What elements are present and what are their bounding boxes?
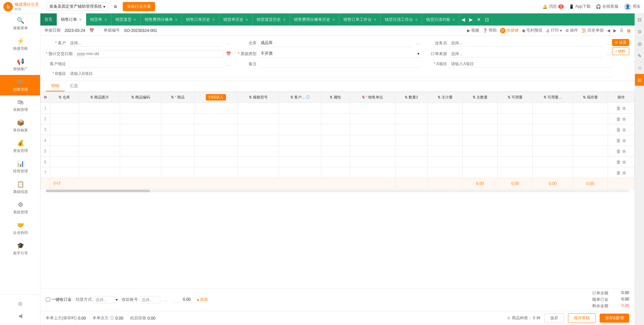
delete-row-icon[interactable]: 🗑: [616, 127, 621, 132]
b-project-input[interactable]: [68, 70, 612, 77]
tab-cash-workbench[interactable]: 钱货日清工作台 ✕: [381, 13, 422, 26]
close-icon[interactable]: ✕: [283, 18, 286, 22]
warehouse-more-btn[interactable]: …: [415, 41, 421, 45]
copy-row-icon[interactable]: ⊕: [622, 138, 626, 143]
warehouse-select[interactable]: 成品库: [259, 39, 413, 47]
list-view-btn[interactable]: ☰: [620, 28, 623, 33]
one-click-payment-checkbox[interactable]: 一键收订金: [46, 297, 72, 302]
customer-input[interactable]: [68, 40, 222, 47]
close-icon[interactable]: ✕: [332, 18, 335, 22]
close-icon[interactable]: ✕: [79, 18, 82, 22]
delete-row-icon[interactable]: 🗑: [616, 159, 621, 165]
sidebar-item-finance[interactable]: 💰 资金管理: [0, 136, 40, 157]
system-select[interactable]: 装备及固定资产辅助管理系统 ▾: [46, 2, 108, 11]
delivery-date-input[interactable]: [75, 50, 224, 57]
tab-prev[interactable]: ◀: [459, 17, 467, 22]
salesperson-input[interactable]: [449, 40, 603, 47]
tab-sales-invoice[interactable]: 销货单 ✕: [86, 13, 111, 26]
tab-order-history[interactable]: 销售订单历史 ✕: [182, 13, 219, 26]
salesperson-more-btn[interactable]: …: [605, 41, 612, 45]
save-draft-button[interactable]: 保存草稿: [568, 313, 596, 323]
right-panel-icon-6[interactable]: ⊞: [635, 74, 644, 86]
delete-row-icon[interactable]: 🗑: [616, 116, 621, 122]
help-btn[interactable]: ❓ 帮助: [483, 28, 497, 33]
notification-area[interactable]: 🔔 消息 9: [542, 4, 564, 9]
sidebar-settings-btn[interactable]: ⚙: [0, 298, 40, 310]
sidebar-item-quick-nav[interactable]: ⚡ 快捷导航: [0, 34, 40, 54]
right-panel-icon-5[interactable]: ☆: [635, 62, 644, 74]
tab-close-all[interactable]: ✕: [475, 17, 483, 22]
sidebar-item-sales[interactable]: 🛒 销售管理: [0, 75, 40, 95]
one-click-checkbox[interactable]: [46, 297, 50, 302]
solution-button[interactable]: 体验行业方案: [123, 2, 155, 11]
close-icon[interactable]: ✕: [415, 18, 418, 22]
col-settings[interactable]: ⚙: [41, 92, 50, 103]
tab-home[interactable]: 首页: [40, 13, 57, 26]
sidebar-item-base-info[interactable]: 📋 基础信息: [0, 177, 40, 198]
payment-method-select[interactable]: 选择...: [93, 296, 114, 303]
copy-row-icon[interactable]: ⊕: [622, 149, 626, 154]
shortcut-btn[interactable]: 快 快捷键: [500, 28, 519, 33]
sidebar-item-search[interactable]: 🔍 搜索菜单: [0, 13, 40, 34]
copy-row-icon[interactable]: ⊕: [622, 170, 626, 175]
right-panel-icon-4[interactable]: ✎: [635, 50, 644, 62]
tab-return[interactable]: 销货退货 ✕: [111, 13, 141, 26]
tab-summary[interactable]: 汇总: [65, 81, 83, 91]
calendar-icon[interactable]: 📅: [89, 28, 94, 33]
nav-prev-btn[interactable]: ◀: [607, 28, 610, 33]
delete-row-icon[interactable]: 🗑: [616, 138, 621, 143]
tab-next[interactable]: ▶: [467, 17, 475, 22]
order-source-input[interactable]: [449, 50, 603, 57]
address-input[interactable]: [68, 60, 222, 68]
tab-expense-history[interactable]: 销售费用分摊单历史 ✕: [290, 13, 339, 26]
tab-sales-order[interactable]: 销售订单 ✕: [57, 13, 86, 26]
tab-expand[interactable]: ⊡: [483, 17, 491, 22]
copy-row-icon[interactable]: ⊕: [622, 106, 626, 111]
tab-order-workbench[interactable]: 销售订单工作台 ✕: [339, 13, 381, 26]
account-more-btn[interactable]: …: [162, 297, 168, 302]
settings-action-btn[interactable]: ⚙ 设置: [612, 39, 629, 46]
print-btn[interactable]: 🖨 打印 ▾: [546, 28, 562, 33]
order-source-more-btn[interactable]: …: [605, 51, 612, 56]
a-project-input[interactable]: [449, 60, 612, 68]
tab-detail[interactable]: 明细: [46, 81, 65, 91]
sidebar-item-marketing[interactable]: 📢 营销推广: [0, 54, 40, 75]
sidebar-item-inventory[interactable]: 📦 库存核算: [0, 116, 40, 136]
close-icon[interactable]: ✕: [245, 18, 248, 22]
scrollbar-thumb[interactable]: [46, 190, 150, 192]
col-scan[interactable]: 扫码录入: [194, 92, 238, 103]
user-area[interactable]: 👤 用友: [624, 3, 641, 10]
settings-btn[interactable]: ⚙: [111, 3, 120, 10]
discard-button[interactable]: 放弃: [544, 313, 564, 323]
copy-row-icon[interactable]: ⊕: [622, 159, 626, 165]
tab-reconcile[interactable]: 钱货日清对账 ✕: [422, 13, 459, 26]
view-btn[interactable]: ▶ 视频: [467, 28, 479, 33]
nav-next-btn[interactable]: ▶: [613, 28, 616, 33]
payment-account-select[interactable]: 选择...: [139, 296, 160, 303]
close-icon[interactable]: ✕: [104, 18, 107, 22]
close-icon[interactable]: ✕: [175, 18, 178, 22]
save-new-button[interactable]: 保存&新增: [600, 314, 629, 323]
sidebar-item-guide[interactable]: 🎓 新手引导: [0, 239, 40, 259]
sidebar-item-system[interactable]: ⚙ 系统管理: [0, 198, 40, 218]
note-input[interactable]: [259, 60, 422, 68]
add-payment-btn[interactable]: ● 添加: [197, 297, 208, 302]
app-download[interactable]: 📱 App下载: [569, 4, 591, 9]
delete-row-icon[interactable]: 🗑: [616, 106, 621, 111]
copy-row-icon[interactable]: ⊕: [622, 116, 626, 122]
add-material-btn[interactable]: + 物料: [612, 47, 629, 55]
delete-row-icon[interactable]: 🗑: [616, 149, 621, 154]
scan-input-btn[interactable]: 扫码录入: [206, 94, 226, 100]
online-service[interactable]: 🎧 在线客服: [596, 4, 618, 9]
invoice-type-select[interactable]: 不开票 ▾: [259, 50, 422, 58]
address-more-btn[interactable]: …: [224, 62, 231, 67]
tab-return-history[interactable]: 销货退货历史 ✕: [253, 13, 290, 26]
tab-expense-alloc[interactable]: 销售费用分摊单 ✕: [141, 13, 182, 26]
right-panel-icon-3[interactable]: ◎: [635, 38, 644, 50]
date-picker-icon[interactable]: 📅: [226, 51, 231, 56]
operations-btn[interactable]: ⚙ 操作: [565, 28, 578, 33]
tab-invoice-history[interactable]: 销货单历史 ✕: [219, 13, 253, 26]
close-icon[interactable]: ✕: [212, 18, 215, 22]
customer-more-btn[interactable]: …: [224, 41, 231, 45]
sidebar-collapse-btn[interactable]: ◀: [0, 310, 40, 322]
